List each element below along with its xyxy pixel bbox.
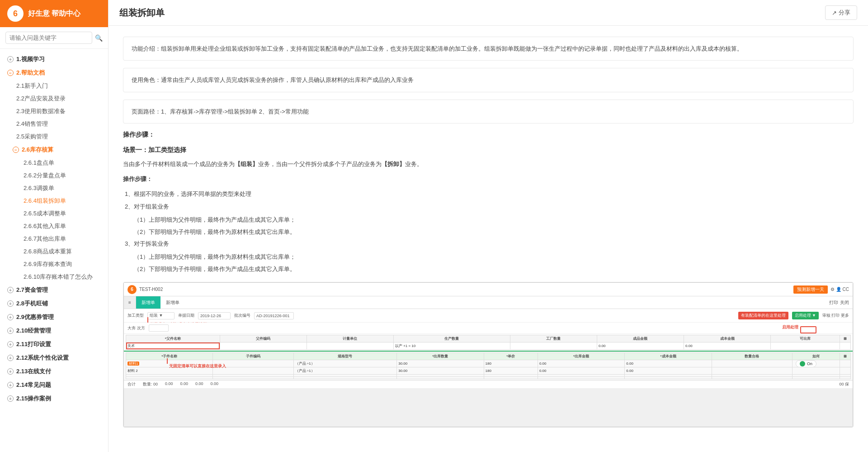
mock-extra-btns: 打印关闭: [826, 296, 853, 309]
mock-th-6: 成品金额: [597, 335, 684, 343]
main-content: 组装拆卸单 ↗ 分享 功能介绍：组装拆卸单用来处理企业组装或拆卸等加工业务，支持…: [108, 0, 868, 452]
on-toggle[interactable]: On: [796, 360, 816, 367]
sidebar: 6 好生意 帮助中心 🔍 + 1.视频学习 − 2.帮助文档 2.1新手入门 2…: [0, 0, 108, 452]
expand-icon-s29: +: [7, 314, 14, 320]
sidebar-item-s262[interactable]: 2.6.2分量盘点单: [0, 169, 108, 182]
mock-th-2: 父件编码: [220, 335, 307, 343]
table-row-parent-1: 关术 以产 +1 = 10 0.00 0.00: [126, 343, 851, 350]
sidebar-item-s28[interactable]: + 2.8手机旺铺: [0, 297, 108, 310]
mock-tab-2[interactable]: 新增单: [160, 296, 185, 309]
sidebar-item-s23[interactable]: 2.3使用前数据准备: [0, 105, 108, 118]
mock-th-9: ⊞: [840, 335, 851, 343]
sidebar-item-s24[interactable]: 2.4销售管理: [0, 118, 108, 130]
mock-new-order-btn[interactable]: 预测新增一天: [793, 285, 828, 294]
sidebar-item-s1[interactable]: + 1.视频学习: [0, 52, 108, 66]
sidebar-item-s2[interactable]: − 2.帮助文档: [0, 66, 108, 80]
sidebar-item-s212[interactable]: + 2.12系统个性化设置: [0, 351, 108, 365]
mock-th-3: 计量单位: [307, 335, 393, 343]
on-label: On: [807, 362, 812, 366]
sidebar-item-s263[interactable]: 2.6.3调拨单: [0, 182, 108, 195]
mock-active-tab[interactable]: 新增单: [136, 296, 160, 309]
collapse-icon-s26: −: [13, 147, 19, 153]
mock-td-qty: 以产 +1 = 10: [393, 343, 510, 350]
sidebar-item-s265[interactable]: 2.6.5成本调整单: [0, 207, 108, 220]
expand-icon-s27: +: [7, 287, 14, 293]
step-1: 1、根据不同的业务，选择不同单据的类型来处理: [123, 189, 854, 200]
share-button[interactable]: ↗ 分享: [825, 5, 857, 20]
sidebar-item-s268[interactable]: 2.6.8商品成本重算: [0, 245, 108, 258]
sidebar-item-s211[interactable]: + 2.11打印设置: [0, 338, 108, 351]
page-title: 组装拆卸单: [119, 7, 165, 19]
annotation-enable: 启用处理: [782, 324, 798, 330]
content-area: 功能介绍：组装拆卸单用来处理企业组装或拆卸等加工业务，支持有固定装配清单的产品加…: [108, 26, 868, 452]
mock-sub-name-1[interactable]: 材料1: [127, 362, 139, 366]
annotation-no-fixed: 无固定清单可以直接在这里录入: [169, 363, 226, 369]
mock-sub-th-3: 规格型号: [293, 353, 397, 360]
mock-extra-actions: 审核 打印 更多: [822, 313, 849, 319]
search-icon[interactable]: 🔍: [95, 34, 103, 42]
expand-icon-s215: +: [7, 395, 14, 402]
sidebar-item-s26[interactable]: − 2.6库存核算: [0, 143, 108, 157]
mock-th-8: 可出库: [771, 335, 840, 343]
mock-field-date-label: 单据日期: [178, 313, 194, 319]
search-input[interactable]: [5, 32, 92, 44]
role-text: 使用角色：通常由生产人员或库管人员完成拆装业务的操作，库管人员确认原材料的出库和…: [132, 75, 845, 85]
mock-th-5: 工厂数量: [510, 335, 597, 343]
app-logo: 6: [7, 5, 24, 22]
steps-title: 操作步骤：: [123, 131, 854, 139]
nav-tree: + 1.视频学习 − 2.帮助文档 2.1新手入门 2.2产品安装及登录 2.3…: [0, 49, 108, 452]
sidebar-item-s29[interactable]: + 2.9优惠券管理: [0, 310, 108, 324]
mock-nav-icon[interactable]: ≡: [124, 296, 136, 309]
mock-sub-th-4: *出库数量: [397, 353, 484, 360]
sidebar-item-s210[interactable]: + 2.10经营管理: [0, 324, 108, 338]
sidebar-item-s214[interactable]: + 2.14常见问题: [0, 378, 108, 392]
function-intro-text: 功能介绍：组装拆卸单用来处理企业组装或拆卸等加工业务，支持有固定装配清单的产品加…: [132, 43, 845, 54]
sidebar-item-s27[interactable]: + 2.7资金管理: [0, 283, 108, 297]
mock-field-batch-label: 批次编号: [234, 313, 250, 319]
mock-sub-th-9: 如何: [792, 353, 840, 360]
sidebar-item-s266[interactable]: 2.6.6其他入库单: [0, 220, 108, 233]
sidebar-item-s2610[interactable]: 2.6.10库存账本错了怎么办: [0, 271, 108, 283]
expand-icon-s210: +: [7, 328, 14, 334]
step-2-1: （1）上部明细为父件明细，最终作为产成品生成其它入库单；: [123, 214, 854, 226]
mock-field-batch-input[interactable]: AD-20191226-001: [254, 312, 294, 319]
sidebar-item-s264[interactable]: 2.6.4组装拆卸单: [0, 195, 108, 207]
table-row-sub-4: [126, 377, 851, 379]
function-intro-block: 功能介绍：组装拆卸单用来处理企业组装或拆卸等加工业务，支持有固定装配清单的产品加…: [123, 37, 854, 61]
mock-field-type-label: 加工类型: [127, 313, 144, 319]
mock-td-name[interactable]: 关术: [127, 344, 135, 348]
role-block: 使用角色：通常由生产人员或库管人员完成拆装业务的操作，库管人员确认原材料的出库和…: [123, 68, 854, 92]
toggle-dot: [800, 361, 805, 366]
expand-icon-s28: +: [7, 300, 14, 307]
sidebar-item-s25[interactable]: 2.5采购管理: [0, 130, 108, 143]
mock-btn-enable[interactable]: 启用处理 ▼: [792, 312, 819, 319]
collapse-icon-s2: −: [7, 70, 14, 76]
mock-sub-th-6: *出库金额: [538, 353, 624, 360]
sidebar-item-s213[interactable]: + 2.13在线支付: [0, 365, 108, 378]
mock-sub-th-7: *成本金额: [625, 353, 712, 360]
step-2: 2、对于组装业务: [123, 201, 854, 213]
mock-system-id: TEST-H002: [139, 287, 163, 292]
expand-icon-s1: +: [7, 56, 14, 62]
expand-icon-s213: +: [7, 368, 14, 375]
sidebar-item-s261[interactable]: 2.6.1盘点单: [0, 157, 108, 169]
expand-icon-s212: +: [7, 355, 14, 361]
mock-field-date-input[interactable]: 2019-12-26: [198, 312, 231, 319]
expand-icon-s214: +: [7, 382, 14, 388]
topbar: 组装拆卸单 ↗ 分享: [108, 0, 868, 26]
mock-logo: 6: [127, 285, 137, 294]
sidebar-item-s21[interactable]: 2.1新手入门: [0, 80, 108, 92]
step-3-2: （2）下部明细为子件明细，最终作为产成品生成其它入库单。: [123, 264, 854, 275]
path-text: 页面路径：1、库存核算->库存管理->组装拆卸单 2、首页->常用功能: [132, 106, 845, 117]
step-2-2: （2）下部明细为子件明细，最终作为原材料生成其它出库单。: [123, 227, 854, 238]
step-3-1: （1）上部明细为父件明细，最终作为原材料生成其它出库单；: [123, 252, 854, 263]
sidebar-item-s22[interactable]: 2.2产品安装及登录: [0, 92, 108, 105]
sidebar-item-s267[interactable]: 2.6.7其他出库单: [0, 233, 108, 245]
red-box-enable: [800, 326, 816, 333]
mock-totals-row: 合计 数量: 00 0.00 0.00 0.00 0.00 00 保: [124, 380, 853, 388]
mock-th-1: *父件名称: [126, 335, 220, 343]
mock-field-type-input[interactable]: 组装 ▼: [147, 312, 175, 319]
sidebar-item-s269[interactable]: 2.6.9库存账本查询: [0, 258, 108, 271]
sidebar-item-s215[interactable]: + 2.15操作案例: [0, 392, 108, 405]
mock-field-num-input[interactable]: [149, 324, 169, 332]
